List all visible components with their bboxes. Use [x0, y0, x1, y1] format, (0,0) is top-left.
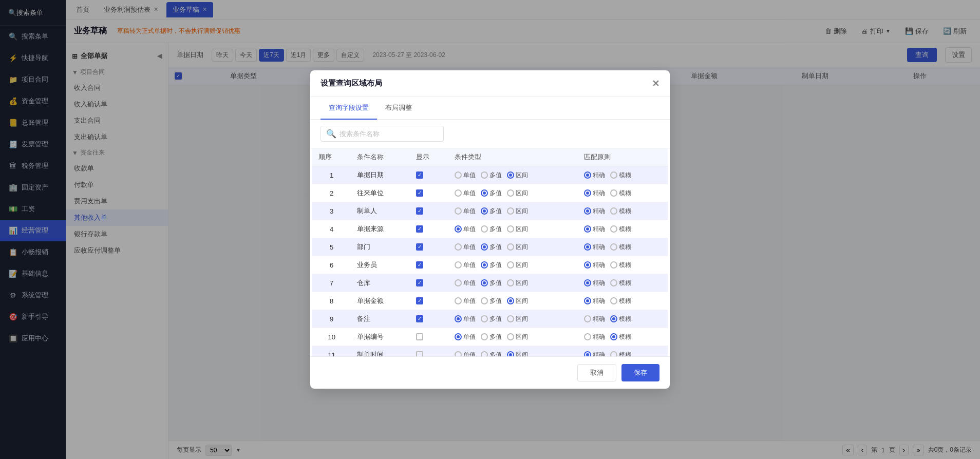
modal-tab-field_settings[interactable]: 查询字段设置 [321, 97, 377, 120]
display-checkbox[interactable] [416, 351, 423, 356]
radio-button[interactable] [481, 351, 488, 356]
match-radio-button[interactable] [584, 297, 591, 304]
match-radio-label[interactable]: 模糊 [610, 171, 631, 180]
match-radio-button[interactable] [610, 189, 617, 197]
condition-type-radio-label[interactable]: 区间 [507, 189, 528, 198]
radio-button[interactable] [455, 279, 462, 286]
radio-button[interactable] [455, 243, 462, 251]
radio-button[interactable] [455, 315, 462, 322]
match-radio-button[interactable] [584, 243, 591, 251]
radio-button[interactable] [481, 297, 488, 304]
display-checkbox[interactable] [416, 315, 423, 322]
condition-type-radio-label[interactable]: 区间 [507, 315, 528, 323]
modal-search-input[interactable] [340, 130, 438, 138]
match-radio-label[interactable]: 模糊 [610, 315, 631, 323]
match-radio-label[interactable]: 模糊 [610, 297, 631, 305]
match-radio-button[interactable] [584, 351, 591, 356]
condition-type-radio-label[interactable]: 单值 [455, 315, 476, 323]
match-radio-button[interactable] [584, 189, 591, 197]
modal-overlay[interactable]: 设置查询区域布局 ✕ 查询字段设置布局调整 🔍 顺序条件名称显示条件类型匹配原则… [0, 0, 980, 459]
match-radio-label[interactable]: 精确 [584, 207, 605, 216]
match-radio-button[interactable] [610, 333, 617, 340]
match-radio-button[interactable] [584, 261, 591, 269]
match-radio-label[interactable]: 模糊 [610, 225, 631, 234]
condition-type-radio-label[interactable]: 区间 [507, 297, 528, 305]
condition-type-radio-label[interactable]: 区间 [507, 225, 528, 234]
condition-type-radio-label[interactable]: 单值 [455, 279, 476, 288]
radio-button[interactable] [507, 279, 514, 286]
condition-type-radio-label[interactable]: 多值 [481, 189, 502, 198]
display-checkbox[interactable] [416, 207, 423, 215]
radio-button[interactable] [507, 207, 514, 215]
match-radio-label[interactable]: 模糊 [610, 333, 631, 341]
condition-type-radio-label[interactable]: 区间 [507, 171, 528, 180]
match-radio-button[interactable] [584, 171, 591, 179]
radio-button[interactable] [455, 207, 462, 215]
radio-button[interactable] [481, 171, 488, 179]
match-radio-button[interactable] [610, 297, 617, 304]
modal-close-button[interactable]: ✕ [652, 79, 659, 88]
condition-type-radio-label[interactable]: 区间 [507, 351, 528, 357]
condition-type-radio-label[interactable]: 区间 [507, 207, 528, 216]
match-radio-label[interactable]: 模糊 [610, 207, 631, 216]
radio-button[interactable] [481, 225, 488, 233]
display-checkbox[interactable] [416, 261, 423, 269]
radio-button[interactable] [481, 333, 488, 340]
match-radio-label[interactable]: 精确 [584, 315, 605, 323]
condition-type-radio-label[interactable]: 区间 [507, 261, 528, 270]
match-radio-label[interactable]: 精确 [584, 243, 605, 252]
radio-button[interactable] [507, 225, 514, 233]
condition-type-radio-label[interactable]: 单值 [455, 207, 476, 216]
match-radio-button[interactable] [610, 225, 617, 233]
condition-type-radio-label[interactable]: 多值 [481, 351, 502, 357]
condition-type-radio-label[interactable]: 多值 [481, 171, 502, 180]
match-radio-label[interactable]: 模糊 [610, 261, 631, 270]
cancel-button[interactable]: 取消 [577, 364, 616, 381]
condition-type-radio-label[interactable]: 单值 [455, 297, 476, 305]
match-radio-button[interactable] [584, 279, 591, 286]
condition-type-radio-label[interactable]: 单值 [455, 243, 476, 252]
display-checkbox[interactable] [416, 243, 423, 251]
radio-button[interactable] [455, 189, 462, 197]
radio-button[interactable] [507, 333, 514, 340]
condition-type-radio-label[interactable]: 多值 [481, 225, 502, 234]
condition-type-radio-label[interactable]: 单值 [455, 171, 476, 180]
match-radio-button[interactable] [584, 207, 591, 215]
match-radio-label[interactable]: 模糊 [610, 351, 631, 357]
radio-button[interactable] [507, 297, 514, 304]
match-radio-button[interactable] [610, 315, 617, 322]
condition-type-radio-label[interactable]: 多值 [481, 315, 502, 323]
display-checkbox[interactable] [416, 225, 423, 233]
radio-button[interactable] [481, 243, 488, 251]
display-checkbox[interactable] [416, 297, 423, 304]
radio-button[interactable] [507, 315, 514, 322]
condition-type-radio-label[interactable]: 单值 [455, 261, 476, 270]
match-radio-button[interactable] [584, 315, 591, 322]
match-radio-label[interactable]: 精确 [584, 189, 605, 198]
modal-tab-layout_adjust[interactable]: 布局调整 [377, 97, 420, 120]
radio-button[interactable] [481, 189, 488, 197]
condition-type-radio-label[interactable]: 单值 [455, 351, 476, 357]
match-radio-button[interactable] [584, 333, 591, 340]
condition-type-radio-label[interactable]: 多值 [481, 261, 502, 270]
match-radio-label[interactable]: 精确 [584, 225, 605, 234]
match-radio-button[interactable] [610, 171, 617, 179]
condition-type-radio-label[interactable]: 多值 [481, 297, 502, 305]
condition-type-radio-label[interactable]: 区间 [507, 333, 528, 341]
match-radio-label[interactable]: 模糊 [610, 279, 631, 288]
match-radio-button[interactable] [610, 351, 617, 356]
radio-button[interactable] [507, 189, 514, 197]
radio-button[interactable] [481, 261, 488, 269]
match-radio-label[interactable]: 模糊 [610, 189, 631, 198]
match-radio-label[interactable]: 精确 [584, 261, 605, 270]
condition-type-radio-label[interactable]: 区间 [507, 279, 528, 288]
radio-button[interactable] [507, 243, 514, 251]
match-radio-label[interactable]: 精确 [584, 297, 605, 305]
display-checkbox[interactable] [416, 171, 423, 179]
radio-button[interactable] [507, 351, 514, 356]
match-radio-button[interactable] [610, 279, 617, 286]
display-checkbox[interactable] [416, 189, 423, 197]
radio-button[interactable] [481, 279, 488, 286]
condition-type-radio-label[interactable]: 单值 [455, 333, 476, 341]
match-radio-label[interactable]: 精确 [584, 171, 605, 180]
